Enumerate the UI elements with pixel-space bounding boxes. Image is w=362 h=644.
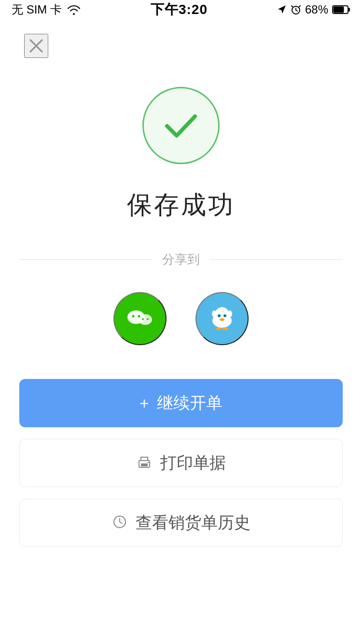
checkmark-icon xyxy=(159,104,203,147)
battery-text: 68% xyxy=(305,3,328,16)
clock-icon xyxy=(111,514,128,532)
status-time: 下午3:20 xyxy=(151,0,208,19)
print-icon xyxy=(136,454,153,473)
divider-line-right xyxy=(209,259,343,260)
wechat-share-button[interactable] xyxy=(113,292,167,345)
continue-label: 继续开单 xyxy=(157,392,223,414)
svg-point-7 xyxy=(139,314,152,325)
svg-point-15 xyxy=(227,310,232,317)
main-content: 保存成功 分享到 xyxy=(0,19,362,644)
print-button[interactable]: 打印单据 xyxy=(19,439,343,487)
svg-point-21 xyxy=(216,327,222,330)
divider-line-left xyxy=(19,259,153,260)
actions-container: + 继续开单 打印单据 查看销货单历史 xyxy=(19,379,343,547)
svg-point-14 xyxy=(212,310,217,317)
svg-point-25 xyxy=(148,462,149,463)
close-button[interactable] xyxy=(24,34,48,58)
svg-point-9 xyxy=(138,315,140,318)
continue-button[interactable]: + 继续开单 xyxy=(19,379,343,427)
plus-icon: + xyxy=(139,395,149,411)
location-icon xyxy=(277,4,287,15)
history-button[interactable]: 查看销货单历史 xyxy=(19,499,343,547)
alarm-icon xyxy=(291,4,301,15)
svg-rect-24 xyxy=(141,463,148,466)
status-bar: 无 SIM 卡 下午3:20 68% xyxy=(0,0,362,19)
svg-point-10 xyxy=(142,318,144,320)
status-left: 无 SIM 卡 xyxy=(12,2,81,17)
svg-rect-3 xyxy=(333,7,344,13)
success-title: 保存成功 xyxy=(127,188,235,222)
print-label: 打印单据 xyxy=(160,452,226,474)
share-divider: 分享到 xyxy=(19,251,343,268)
wechat-icon xyxy=(123,302,157,336)
qq-icon xyxy=(206,302,238,335)
battery-icon xyxy=(332,5,350,14)
svg-point-8 xyxy=(132,315,135,318)
wifi-icon xyxy=(67,4,81,15)
svg-point-19 xyxy=(224,315,226,317)
svg-point-18 xyxy=(219,315,220,317)
carrier-text: 无 SIM 卡 xyxy=(12,2,62,17)
qq-share-button[interactable] xyxy=(195,292,249,345)
svg-rect-2 xyxy=(348,8,350,12)
svg-point-20 xyxy=(220,318,224,321)
share-icons-row xyxy=(113,292,249,345)
history-label: 查看销货单历史 xyxy=(136,512,251,534)
success-icon-circle xyxy=(142,87,220,164)
svg-point-22 xyxy=(223,327,228,330)
svg-point-11 xyxy=(147,318,149,320)
share-label: 分享到 xyxy=(162,251,200,268)
status-right: 68% xyxy=(277,3,350,16)
